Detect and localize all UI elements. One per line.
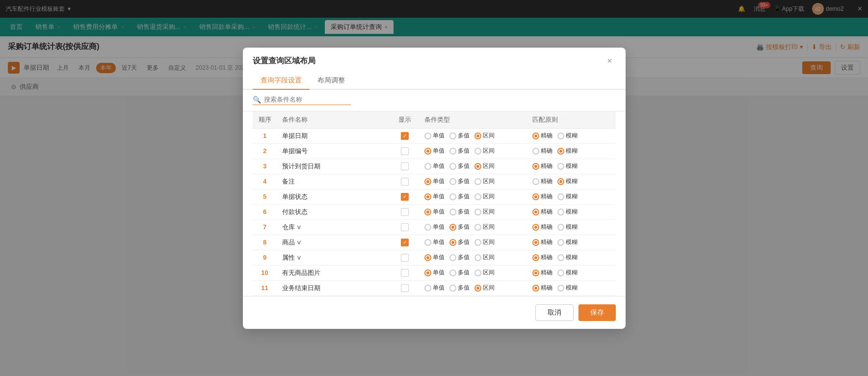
rule-radio-模糊-6[interactable]: 模糊 (557, 208, 578, 216)
row-name-10: 有无商品图片 (277, 265, 390, 280)
radio-circle-type-2 (474, 178, 481, 185)
rule-radio-模糊-5[interactable]: 模糊 (557, 192, 578, 201)
display-checkbox-3[interactable] (401, 162, 409, 170)
type-radio-单值-9[interactable]: 单值 (424, 253, 445, 262)
type-radio-区间-6[interactable]: 区间 (474, 208, 495, 216)
type-radio-区间-8[interactable]: 区间 (474, 238, 495, 246)
row-type-1: 单值多值区间 (420, 128, 527, 143)
rule-radio-精确-3[interactable]: 精确 (532, 162, 552, 170)
row-display-11 (390, 280, 420, 295)
radio-circle-type-0 (424, 285, 431, 292)
type-radio-多值-5[interactable]: 多值 (449, 192, 470, 201)
type-radio-区间-2[interactable]: 区间 (474, 147, 495, 155)
type-radio-多值-3[interactable]: 多值 (449, 162, 470, 170)
type-radio-单值-11[interactable]: 单值 (424, 284, 445, 292)
display-checkbox-11[interactable] (401, 284, 409, 292)
modal-table: 顺序 条件名称 显示 条件类型 匹配原则 1单据日期✓单值多值区间精确模糊2单据… (253, 111, 616, 296)
rule-radio-精确-1[interactable]: 精确 (532, 132, 552, 140)
type-radio-单值-1[interactable]: 单值 (424, 132, 445, 140)
rule-radio-精确-9[interactable]: 精确 (532, 253, 552, 262)
rule-radio-精确-11[interactable]: 精确 (532, 284, 552, 292)
radio-circle-type-2 (474, 239, 481, 246)
radio-circle-type-1 (449, 269, 456, 276)
type-radio-区间-7[interactable]: 区间 (474, 223, 495, 231)
rule-radio-精确-8[interactable]: 精确 (532, 238, 552, 246)
modal-tab-fields[interactable]: 查询字段设置 (253, 73, 310, 90)
display-checkbox-5[interactable]: ✓ (401, 193, 409, 201)
save-button[interactable]: 保存 (579, 304, 616, 321)
type-radio-多值-4[interactable]: 多值 (449, 177, 470, 186)
display-checkbox-4[interactable] (401, 178, 409, 186)
row-order-1: 1 (253, 128, 277, 143)
type-radio-单值-5[interactable]: 单值 (424, 192, 445, 201)
type-radio-多值-1[interactable]: 多值 (449, 132, 470, 140)
rule-radio-模糊-10[interactable]: 模糊 (557, 269, 578, 277)
search-input[interactable] (264, 96, 351, 103)
order-num: 3 (263, 162, 266, 170)
type-radio-单值-4[interactable]: 单值 (424, 177, 445, 186)
type-radio-单值-8[interactable]: 单值 (424, 238, 445, 246)
display-checkbox-10[interactable] (401, 269, 409, 277)
type-radio-区间-5[interactable]: 区间 (474, 192, 495, 201)
type-radio-区间-4[interactable]: 区间 (474, 177, 495, 186)
type-radio-单值-7[interactable]: 单值 (424, 223, 445, 231)
radio-circle-rule-1 (557, 224, 564, 231)
modal-close-button[interactable]: × (604, 55, 616, 67)
type-radio-多值-7[interactable]: 多值 (449, 223, 470, 231)
type-radio-多值-2[interactable]: 多值 (449, 147, 470, 155)
display-checkbox-1[interactable]: ✓ (401, 132, 409, 140)
type-radio-区间-9[interactable]: 区间 (474, 253, 495, 262)
display-checkbox-6[interactable] (401, 208, 409, 216)
rule-radio-精确-5[interactable]: 精确 (532, 192, 552, 201)
row-type-9: 单值多值区间 (420, 250, 527, 265)
table-row: 7仓库 ∨单值多值区间精确模糊 (253, 219, 616, 235)
rule-radio-精确-4[interactable]: 精确 (532, 177, 552, 186)
display-checkbox-8[interactable]: ✓ (401, 239, 409, 246)
type-radio-区间-11[interactable]: 区间 (474, 284, 495, 292)
display-checkbox-7[interactable] (401, 223, 409, 231)
radio-circle-type-0 (424, 193, 431, 200)
radio-circle-type-1 (449, 133, 456, 139)
rule-radio-精确-10[interactable]: 精确 (532, 269, 552, 277)
rule-radio-模糊-2[interactable]: 模糊 (557, 147, 578, 155)
type-radio-多值-8[interactable]: 多值 (449, 238, 470, 246)
rule-radio-模糊-8[interactable]: 模糊 (557, 238, 578, 246)
rule-radio-模糊-1[interactable]: 模糊 (557, 132, 578, 140)
type-radio-多值-6[interactable]: 多值 (449, 208, 470, 216)
order-num: 7 (263, 223, 266, 231)
table-row: 11业务结束日期单值多值区间精确模糊 (253, 280, 616, 295)
cancel-button[interactable]: 取消 (535, 304, 574, 321)
radio-circle-type-1 (449, 148, 456, 155)
radio-circle-type-1 (449, 254, 456, 261)
row-rule-2: 精确模糊 (527, 143, 616, 159)
rule-radio-模糊-9[interactable]: 模糊 (557, 253, 578, 262)
radio-circle-type-0 (424, 178, 431, 185)
radio-circle-rule-1 (557, 209, 564, 215)
display-checkbox-2[interactable] (401, 147, 409, 155)
type-radio-单值-6[interactable]: 单值 (424, 208, 445, 216)
type-radio-多值-11[interactable]: 多值 (449, 284, 470, 292)
modal-title: 设置查询区域布局 (253, 56, 316, 66)
rule-radio-精确-7[interactable]: 精确 (532, 223, 552, 231)
radio-circle-type-2 (474, 254, 481, 261)
rule-radio-模糊-7[interactable]: 模糊 (557, 223, 578, 231)
type-radio-区间-10[interactable]: 区间 (474, 269, 495, 277)
row-order-10: 10 (253, 265, 277, 280)
display-checkbox-9[interactable] (401, 254, 409, 262)
modal-tab-layout[interactable]: 布局调整 (310, 73, 353, 90)
radio-circle-rule-0 (532, 193, 539, 200)
rule-radio-模糊-3[interactable]: 模糊 (557, 162, 578, 170)
type-radio-区间-1[interactable]: 区间 (474, 132, 495, 140)
rule-radio-精确-6[interactable]: 精确 (532, 208, 552, 216)
row-name-5: 单据状态 (277, 189, 390, 204)
rule-radio-精确-2[interactable]: 精确 (532, 147, 552, 155)
rule-radio-模糊-11[interactable]: 模糊 (557, 284, 578, 292)
row-rule-10: 精确模糊 (527, 265, 616, 280)
rule-radio-模糊-4[interactable]: 模糊 (557, 177, 578, 186)
type-radio-单值-2[interactable]: 单值 (424, 147, 445, 155)
type-radio-多值-9[interactable]: 多值 (449, 253, 470, 262)
type-radio-区间-3[interactable]: 区间 (474, 162, 495, 170)
type-radio-单值-10[interactable]: 单值 (424, 269, 445, 277)
type-radio-单值-3[interactable]: 单值 (424, 162, 445, 170)
type-radio-多值-10[interactable]: 多值 (449, 269, 470, 277)
